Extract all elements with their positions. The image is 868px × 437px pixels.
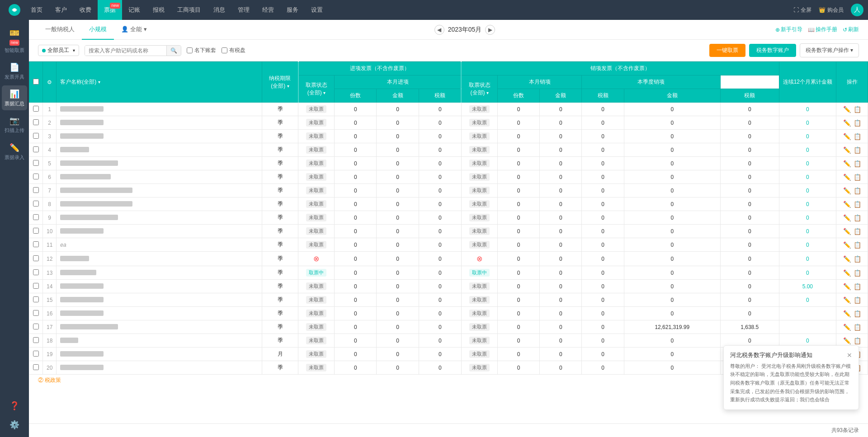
edit-icon[interactable]: ✏️ — [843, 255, 851, 263]
nav-item-消息[interactable]: 消息 — [207, 0, 231, 20]
refresh-link[interactable]: ↺ 刷新 — [843, 26, 859, 33]
copy-icon[interactable]: 📋 — [854, 337, 861, 344]
nav-item-收费[interactable]: 收费 — [73, 0, 98, 20]
edit-icon[interactable]: ✏️ — [843, 269, 851, 277]
row-checkbox[interactable] — [33, 296, 39, 302]
row-checkbox[interactable] — [33, 201, 39, 207]
fullscreen-btn[interactable]: ⛶ 全屏 — [793, 6, 811, 14]
copy-icon[interactable]: 📋 — [854, 146, 861, 154]
employee-select[interactable]: 全部员工 ▾ — [38, 45, 79, 56]
edit-icon[interactable]: ✏️ — [843, 296, 851, 304]
row-checkbox[interactable] — [33, 364, 39, 370]
copy-icon[interactable]: 📋 — [854, 201, 861, 208]
edit-icon[interactable]: ✏️ — [843, 160, 851, 167]
copy-icon[interactable]: 📋 — [854, 119, 861, 127]
nav-item-记账[interactable]: 记账 — [122, 0, 146, 20]
edit-icon[interactable]: ✏️ — [843, 310, 851, 317]
copy-icon[interactable]: 📋 — [854, 296, 861, 304]
edit-icon[interactable]: ✏️ — [843, 133, 851, 140]
nav-item-客户[interactable]: 客户 — [49, 0, 73, 20]
row-checkbox[interactable] — [33, 146, 39, 152]
nav-item-设置[interactable]: 设置 — [305, 0, 329, 20]
checkbox-taxdisk[interactable]: 有税盘 — [222, 47, 245, 54]
row-checkbox[interactable] — [33, 187, 39, 193]
edit-icon[interactable]: ✏️ — [843, 241, 851, 249]
edit-icon[interactable]: ✏️ — [843, 106, 851, 113]
edit-icon[interactable]: ✏️ — [843, 201, 851, 208]
edit-icon[interactable]: ✏️ — [843, 119, 851, 127]
row-checkbox[interactable] — [33, 351, 39, 357]
copy-icon[interactable]: 📋 — [854, 324, 861, 331]
edit-icon[interactable]: ✏️ — [843, 324, 851, 331]
nav-item-首页[interactable]: 首页 — [24, 0, 49, 20]
month-nav: ◀ 2023年05月 ▶ — [434, 25, 495, 35]
table-row: 13 季 取票中 0 0 0 取票中 0 0 0 0 0 0 ✏️ 📋 — [29, 266, 868, 280]
edit-icon[interactable]: ✏️ — [843, 283, 851, 290]
row-checkbox[interactable] — [33, 174, 39, 179]
copy-icon[interactable]: 📋 — [854, 310, 861, 317]
logo[interactable] — [5, 0, 24, 20]
help-icon[interactable]: ❓ — [7, 398, 22, 414]
row-checkbox[interactable] — [33, 106, 39, 112]
copy-icon[interactable]: 📋 — [854, 106, 861, 113]
row-checkbox[interactable] — [33, 160, 39, 166]
tab-general[interactable]: 一般纳税人 — [38, 20, 82, 40]
copy-icon[interactable]: 📋 — [854, 174, 861, 181]
checkbox-accounts[interactable]: 名下账套 — [187, 47, 216, 54]
row-checkbox[interactable] — [33, 214, 39, 220]
copy-icon[interactable]: 📋 — [854, 241, 861, 249]
edit-icon[interactable]: ✏️ — [843, 174, 851, 181]
nav-item-管理[interactable]: 管理 — [231, 0, 256, 20]
copy-icon[interactable]: 📋 — [854, 283, 861, 290]
nav-item-报税[interactable]: 报税 — [146, 0, 171, 20]
row-checkbox[interactable] — [33, 228, 39, 234]
edit-icon[interactable]: ✏️ — [843, 228, 851, 235]
sidebar: 🎫new智能取票📄发票开具📊票据汇总📷扫描上传✏️票据录入❓⚙️ — [0, 20, 29, 437]
nav-item-票据[interactable]: 票据new — [98, 0, 122, 20]
one-click-ticket-btn[interactable]: 一键取票 — [709, 44, 745, 57]
row-checkbox[interactable] — [33, 269, 39, 275]
member-btn[interactable]: 👑 购会员 — [819, 6, 844, 14]
avatar[interactable]: 人 — [851, 4, 863, 16]
edit-icon[interactable]: ✏️ — [843, 146, 851, 154]
copy-icon[interactable]: 📋 — [854, 187, 861, 194]
edit-icon[interactable]: ✏️ — [843, 337, 851, 344]
row-checkbox[interactable] — [33, 255, 39, 261]
row-checkbox[interactable] — [33, 283, 39, 289]
nav-item-工商项目[interactable]: 工商项目 — [171, 0, 207, 20]
copy-icon[interactable]: 📋 — [854, 133, 861, 140]
search-input[interactable] — [85, 46, 166, 56]
tax-digital-account-btn[interactable]: 税务数字账户 — [749, 44, 796, 57]
select-all-checkbox[interactable] — [33, 79, 39, 85]
copy-icon[interactable]: 📋 — [854, 160, 861, 167]
guide-link[interactable]: ⊕ 新手引导 — [775, 26, 802, 33]
copy-icon[interactable]: 📋 — [854, 255, 861, 263]
copy-icon[interactable]: 📋 — [854, 269, 861, 277]
sidebar-item-票据录入[interactable]: ✏️票据录入 — [2, 139, 27, 164]
tax-digital-ops-btn[interactable]: 税务数字账户操作 ▾ — [800, 43, 859, 57]
settings-icon[interactable]: ⚙️ — [7, 417, 22, 432]
edit-icon[interactable]: ✏️ — [843, 214, 851, 221]
tab-all[interactable]: 👤 全能 ▾ — [114, 20, 154, 40]
row-checkbox[interactable] — [33, 119, 39, 125]
row-checkbox[interactable] — [33, 324, 39, 329]
sidebar-item-发票开具[interactable]: 📄发票开具 — [2, 59, 27, 84]
manual-link[interactable]: 📖 操作手册 — [808, 26, 837, 33]
nav-item-服务[interactable]: 服务 — [280, 0, 305, 20]
close-icon[interactable]: ✕ — [847, 352, 852, 359]
copy-icon[interactable]: 📋 — [854, 214, 861, 221]
copy-icon[interactable]: 📋 — [854, 228, 861, 235]
row-checkbox[interactable] — [33, 337, 39, 343]
row-checkbox[interactable] — [33, 133, 39, 139]
sidebar-item-智能取票[interactable]: 🎫new智能取票 — [2, 24, 27, 57]
row-checkbox[interactable] — [33, 241, 39, 247]
prev-month-btn[interactable]: ◀ — [434, 25, 444, 35]
search-btn[interactable]: 🔍 — [166, 46, 181, 56]
row-checkbox[interactable] — [33, 310, 39, 316]
sidebar-item-票据汇总[interactable]: 📊票据汇总 — [2, 85, 27, 110]
tab-small[interactable]: 小规模 — [82, 20, 114, 40]
next-month-btn[interactable]: ▶ — [485, 25, 495, 35]
sidebar-item-扫描上传[interactable]: 📷扫描上传 — [2, 112, 27, 137]
edit-icon[interactable]: ✏️ — [843, 187, 851, 194]
nav-item-经营[interactable]: 经营 — [256, 0, 280, 20]
